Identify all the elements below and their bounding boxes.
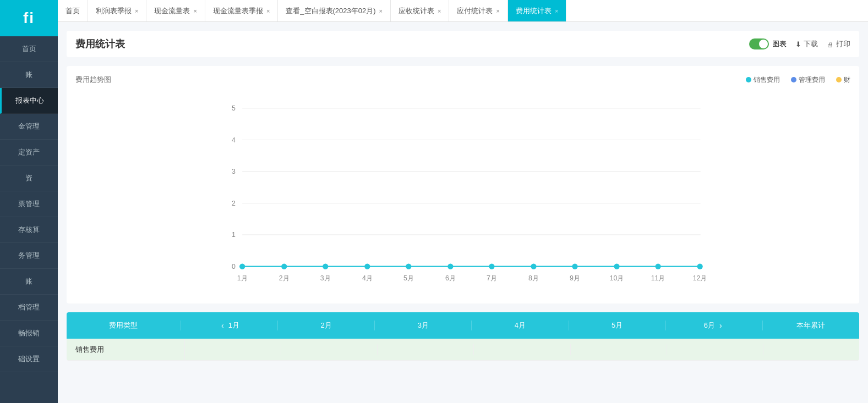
td-sales-m6 <box>667 344 763 355</box>
chart-toggle-wrap: 图表 <box>749 38 787 49</box>
th-month2: 2月 <box>278 321 375 330</box>
chart-toggle-label: 图表 <box>772 39 787 49</box>
svg-text:5: 5 <box>232 104 236 112</box>
svg-text:6月: 6月 <box>445 274 456 282</box>
tab-close-receivable[interactable]: × <box>438 8 441 14</box>
sidebar-item-reports[interactable]: 报表中心 <box>0 88 58 114</box>
tab-cashflow-quarterly[interactable]: 现金流量表季报 × <box>205 0 278 21</box>
chart-toggle[interactable] <box>749 38 769 49</box>
tab-close-cashflow-quarterly[interactable]: × <box>266 8 270 14</box>
content-area: 费用统计表 图表 ⬇ 下载 🖨 打印 费用趋势图 <box>58 22 868 403</box>
td-sales-m3 <box>378 344 474 355</box>
chart-title: 费用趋势图 <box>75 75 111 85</box>
sidebar-item-archive[interactable]: 档管理 <box>0 295 58 321</box>
svg-point-25 <box>281 263 287 269</box>
svg-text:8月: 8月 <box>528 274 539 282</box>
legend-finance-dot <box>836 77 842 82</box>
svg-text:1月: 1月 <box>237 274 248 282</box>
sidebar-item-settings[interactable]: 础设置 <box>0 346 58 372</box>
tab-close-payable[interactable]: × <box>496 8 499 14</box>
td-sales-m2 <box>281 344 378 355</box>
table-nav-prev[interactable]: ‹ <box>219 321 226 330</box>
sidebar-item-invoice[interactable]: 票管理 <box>0 191 58 217</box>
td-sales-m4 <box>474 344 570 355</box>
tab-blank-report[interactable]: 查看_空白报表(2023年02月) × <box>278 0 391 21</box>
print-button[interactable]: 🖨 打印 <box>827 39 850 49</box>
sidebar-item-assets[interactable]: 定资产 <box>0 140 58 165</box>
svg-text:3月: 3月 <box>320 274 331 282</box>
th-annual: 本年累计 <box>763 321 859 330</box>
td-sales-label: 销售费用 <box>67 339 185 360</box>
legend-sales-label: 销售费用 <box>754 75 780 85</box>
table-row-sales: 销售费用 <box>67 339 859 361</box>
sidebar-item-expense[interactable]: 畅报销 <box>0 321 58 346</box>
th-expense-type: 费用类型 <box>67 321 181 330</box>
download-label: 下载 <box>804 39 818 49</box>
svg-point-35 <box>697 263 703 269</box>
line-chart-svg: 5 4 3 2 1 0 1月 2月 3月 4月 5月 6月 7月 8月 9 <box>75 91 850 295</box>
page-title: 费用统计表 <box>75 37 125 51</box>
tab-expense-stats[interactable]: 费用统计表 × <box>508 0 566 21</box>
legend-finance: 财 <box>836 75 850 85</box>
chart-container: 5 4 3 2 1 0 1月 2月 3月 4月 5月 6月 7月 8月 9 <box>75 91 850 295</box>
download-button[interactable]: ⬇ 下载 <box>795 39 818 49</box>
legend-mgmt-dot <box>791 77 796 82</box>
tab-payable[interactable]: 应付统计表 × <box>449 0 507 21</box>
svg-point-31 <box>531 263 536 269</box>
svg-text:12月: 12月 <box>693 274 707 282</box>
svg-point-29 <box>447 263 453 269</box>
print-label: 打印 <box>836 39 850 49</box>
legend-sales-dot <box>746 77 751 82</box>
legend-mgmt: 管理费用 <box>791 75 825 85</box>
download-icon: ⬇ <box>795 40 801 48</box>
svg-point-32 <box>572 263 577 269</box>
legend-finance-label: 财 <box>844 75 850 85</box>
sidebar-item-home[interactable]: 首页 <box>0 36 58 62</box>
table-nav-next[interactable]: › <box>717 321 724 330</box>
svg-text:2: 2 <box>232 200 236 207</box>
td-sales-m1 <box>185 344 281 355</box>
sidebar-logo: fi <box>0 0 58 36</box>
tab-close-cashflow[interactable]: × <box>193 8 196 14</box>
svg-text:5月: 5月 <box>403 274 414 282</box>
table-section: 费用类型 ‹ 1月 2月 3月 4月 5月 <box>67 312 859 361</box>
main-area: 首页 利润表季报 × 现金流量表 × 现金流量表季报 × 查看_空白报表(202… <box>58 0 868 403</box>
chart-header: 费用趋势图 销售费用 管理费用 财 <box>75 75 850 85</box>
svg-point-24 <box>239 263 245 269</box>
tab-cashflow[interactable]: 现金流量表 × <box>146 0 205 21</box>
print-icon: 🖨 <box>827 40 834 48</box>
tab-profit-quarterly[interactable]: 利润表季报 × <box>88 0 146 21</box>
svg-point-30 <box>489 263 494 269</box>
tab-bar: 首页 利润表季报 × 现金流量表 × 现金流量表季报 × 查看_空白报表(202… <box>58 0 868 22</box>
sidebar-item-inventory[interactable]: 存核算 <box>0 217 58 243</box>
svg-text:0: 0 <box>232 263 236 270</box>
svg-point-34 <box>655 263 660 269</box>
tab-close-profit-quarterly[interactable]: × <box>135 8 138 14</box>
tab-receivable[interactable]: 应收统计表 × <box>391 0 449 21</box>
svg-point-26 <box>323 263 328 269</box>
page-header: 费用统计表 图表 ⬇ 下载 🖨 打印 <box>67 31 859 57</box>
sidebar-item-capital[interactable]: 资 <box>0 165 58 191</box>
sidebar-item-service[interactable]: 务管理 <box>0 243 58 269</box>
svg-point-28 <box>406 263 411 269</box>
svg-point-33 <box>614 263 619 269</box>
svg-text:2月: 2月 <box>279 274 290 282</box>
header-actions: 图表 ⬇ 下载 🖨 打印 <box>749 38 850 49</box>
tab-home[interactable]: 首页 <box>58 0 88 21</box>
sidebar-item-ledger[interactable]: 账 <box>0 269 58 295</box>
tab-close-blank-report[interactable]: × <box>379 8 383 14</box>
svg-text:7月: 7月 <box>487 274 497 282</box>
td-sales-annual <box>763 344 859 355</box>
chart-section: 费用趋势图 销售费用 管理费用 财 <box>67 66 859 303</box>
chart-legend: 销售费用 管理费用 财 <box>746 75 850 85</box>
legend-mgmt-label: 管理费用 <box>799 75 825 85</box>
svg-text:3: 3 <box>232 168 236 175</box>
svg-point-27 <box>364 263 370 269</box>
legend-sales: 销售费用 <box>746 75 780 85</box>
svg-text:10月: 10月 <box>610 274 624 282</box>
tab-close-expense-stats[interactable]: × <box>555 8 558 14</box>
sidebar-item-account[interactable]: 账 <box>0 62 58 88</box>
sidebar-item-cash[interactable]: 金管理 <box>0 114 58 140</box>
svg-text:1: 1 <box>232 231 236 239</box>
th-month3: 3月 <box>375 321 472 330</box>
